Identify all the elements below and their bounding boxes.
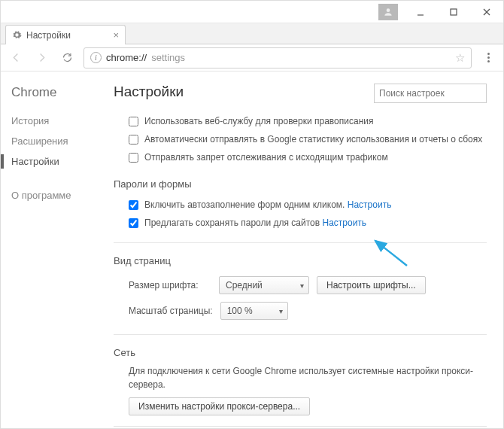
check-label: Предлагать сохранять пароли для сайтов — [144, 218, 320, 228]
check-label: Автоматически отправлять в Google статис… — [144, 134, 482, 145]
divider — [114, 334, 487, 335]
check-spellcheck[interactable]: Использовать веб-службу для проверки пра… — [114, 112, 487, 130]
divider — [114, 426, 487, 427]
window-minimize-button[interactable] — [404, 1, 437, 23]
passwords-configure-link[interactable]: Настроить — [322, 218, 366, 228]
checkbox[interactable] — [129, 135, 138, 145]
nav-forward-button[interactable] — [32, 49, 50, 67]
font-size-label: Размер шрифта: — [129, 280, 211, 291]
window-titlebar — [1, 1, 503, 23]
settings-page: Chrome История Расширения Настройки О пр… — [1, 72, 503, 428]
sidebar-item-about[interactable]: О программе — [11, 185, 91, 205]
bookmark-star-icon[interactable]: ☆ — [455, 51, 465, 65]
tab-title: Настройки — [26, 30, 71, 41]
nav-back-button[interactable] — [7, 49, 25, 67]
address-bar[interactable]: i chrome://settings ☆ — [83, 47, 472, 68]
url-scheme: chrome:// — [106, 52, 147, 63]
select-value: Средний — [226, 280, 263, 291]
customize-fonts-button[interactable]: Настроить шрифты... — [317, 276, 426, 294]
settings-sidebar: Chrome История Расширения Настройки О пр… — [1, 72, 91, 428]
check-label: Отправлять запрет отслеживания с исходящ… — [144, 152, 388, 163]
sidebar-item-settings[interactable]: Настройки — [11, 151, 91, 172]
check-save-passwords[interactable]: Предлагать сохранять пароли для сайтов Н… — [114, 214, 487, 232]
brand-label: Chrome — [11, 85, 91, 100]
check-label: Использовать веб-службу для проверки пра… — [144, 116, 373, 126]
url-path: settings — [151, 52, 185, 63]
search-settings-input[interactable] — [374, 84, 487, 103]
section-appearance-title: Вид страниц — [114, 255, 487, 266]
window-close-button[interactable] — [470, 1, 503, 23]
page-heading: Настройки — [114, 84, 184, 100]
autofill-configure-link[interactable]: Настроить — [348, 199, 392, 210]
browser-menu-button[interactable] — [479, 53, 497, 62]
check-usage-stats[interactable]: Автоматически отправлять в Google статис… — [114, 130, 487, 148]
network-desc: Для подключения к сети Google Chrome исп… — [114, 364, 487, 391]
tab-close-icon[interactable]: × — [113, 29, 119, 41]
person-icon — [383, 7, 393, 17]
sidebar-item-extensions[interactable]: Расширения — [11, 131, 91, 151]
check-do-not-track[interactable]: Отправлять запрет отслеживания с исходящ… — [114, 148, 487, 166]
gear-icon — [12, 30, 22, 40]
svg-rect-2 — [451, 9, 457, 15]
browser-toolbar: i chrome://settings ☆ — [1, 44, 503, 72]
page-zoom-select[interactable]: 100 % — [220, 302, 288, 320]
checkbox[interactable] — [129, 218, 138, 228]
checkbox[interactable] — [129, 153, 138, 163]
browser-tab[interactable]: Настройки × — [5, 25, 126, 44]
section-network-title: Сеть — [114, 347, 487, 358]
page-zoom-row: Масштаб страницы: 100 % — [114, 298, 487, 324]
nav-reload-button[interactable] — [58, 49, 76, 67]
window-maximize-button[interactable] — [437, 1, 470, 23]
page-zoom-label: Масштаб страницы: — [129, 306, 213, 316]
check-autofill[interactable]: Включить автозаполнение форм одним клико… — [114, 196, 487, 214]
tab-strip: Настройки × — [1, 23, 503, 44]
checkbox[interactable] — [129, 200, 138, 210]
section-passwords-title: Пароли и формы — [114, 178, 487, 190]
settings-content: Настройки Использовать веб-службу для пр… — [91, 72, 503, 428]
profile-avatar[interactable] — [378, 4, 398, 20]
site-info-icon[interactable]: i — [90, 52, 102, 63]
font-size-select[interactable]: Средний — [219, 276, 309, 294]
divider — [114, 242, 487, 243]
font-size-row: Размер шрифта: Средний Настроить шрифты.… — [114, 272, 487, 298]
select-value: 100 % — [227, 306, 253, 316]
checkbox[interactable] — [129, 117, 138, 126]
svg-point-0 — [387, 8, 390, 12]
sidebar-item-history[interactable]: История — [11, 111, 91, 131]
check-label: Включить автозаполнение форм одним клико… — [144, 199, 345, 210]
proxy-settings-button[interactable]: Изменить настройки прокси-сервера... — [129, 397, 310, 415]
